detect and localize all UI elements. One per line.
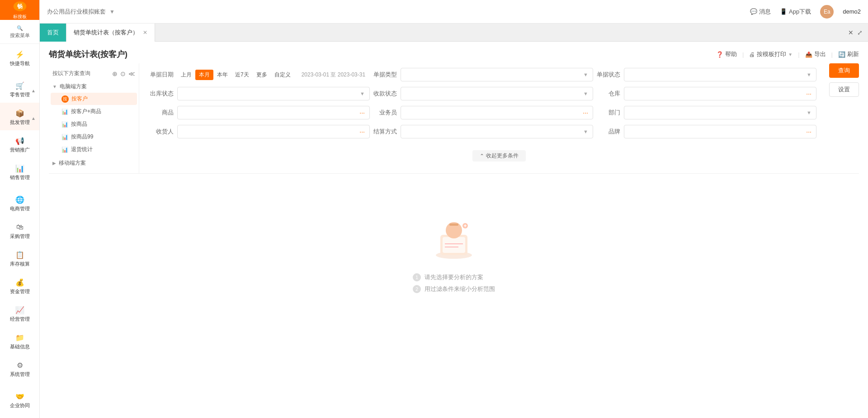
date-btn-this-month[interactable]: 本月 — [195, 70, 213, 80]
date-btn-this-year[interactable]: 本年 — [213, 70, 231, 80]
sidebar-item-ecommerce[interactable]: 🌐 电商管理 — [0, 189, 39, 217]
settlement-select[interactable]: ▼ — [401, 125, 593, 138]
sidebar-logo[interactable]: 畅 标搜板 — [0, 0, 40, 20]
scheme-return-stats-label: 退货统计 — [71, 146, 93, 153]
sidebar-item-newbie[interactable]: 🎯 新手引导 — [0, 413, 39, 418]
sidebar-item-enterprise[interactable]: 🤝 企业协同 — [0, 386, 39, 413]
sidebar: 畅 标搜板 🔍 搜索菜单 ⚡ 快捷导航 🛒 零售管理 ▲ 📦 批发管理 ▲ 📢 … — [0, 0, 40, 418]
desktop-group-arrow: ▼ — [52, 84, 57, 89]
filter-row-4: 收货人 ··· 结算方式 ▼ — [146, 125, 816, 138]
brand-label: 品牌 — [593, 128, 624, 136]
sidebar-item-retail[interactable]: 🛒 零售管理 ▲ — [0, 75, 39, 103]
salesperson-select[interactable]: ··· — [401, 106, 593, 119]
salesperson-dots[interactable]: ··· — [583, 109, 588, 116]
app-download-btn[interactable]: 📱 App下载 — [780, 8, 811, 16]
sidebar-search-item[interactable]: 🔍 搜索菜单 — [0, 20, 39, 44]
sidebar-item-sales[interactable]: 📊 销售管理 — [0, 158, 39, 185]
scheme-item-return-stats[interactable]: 📊 退货统计 — [51, 143, 137, 156]
brand-select[interactable]: ··· — [624, 125, 816, 138]
scheme-by-product-label: 按商品 — [71, 120, 87, 128]
user-name[interactable]: demo2 — [843, 8, 861, 15]
consignee-dots[interactable]: ··· — [359, 128, 365, 135]
query-button[interactable]: 查询 — [829, 63, 859, 78]
sidebar-item-purchase[interactable]: 🛍 采购管理 — [0, 217, 39, 244]
help-icon: ❓ — [716, 51, 723, 58]
help-btn[interactable]: ❓ 帮助 — [716, 50, 737, 58]
app-download-label: App下载 — [789, 8, 811, 16]
sidebar-system-label: 系统管理 — [10, 371, 30, 378]
header-right: 💬 消息 📱 App下载 Ea demo2 — [750, 5, 861, 19]
basic-icon: 📁 — [15, 333, 24, 342]
order-type-select[interactable]: ▼ — [401, 68, 593, 81]
message-label: 消息 — [759, 8, 771, 16]
warehouse-select[interactable]: ··· — [624, 87, 816, 100]
scheme-settings-icon[interactable]: ⊙ — [120, 70, 126, 77]
order-type-arrow: ▼ — [583, 72, 588, 77]
close-window-icon[interactable]: ✕ — [848, 29, 854, 36]
sidebar-item-basic[interactable]: 📁 基础信息 — [0, 327, 39, 355]
scheme-group-mobile-header[interactable]: ▶ 移动端方案 — [49, 157, 139, 169]
scheme-item-by-product[interactable]: 📊 按商品 — [51, 118, 137, 130]
scheme-item-by-product-99[interactable]: 📊 按商品99 — [51, 131, 137, 143]
department-select[interactable]: ▼ — [624, 106, 816, 119]
scheme-panel: 按以下方案查询 ⊕ ⊙ ≪ ▼ 电脑端方案 按 按客户 — [49, 63, 139, 173]
retail-arrow: ▲ — [31, 88, 36, 93]
department-arrow: ▼ — [807, 110, 811, 115]
settings-button[interactable]: 设置 — [829, 82, 859, 97]
mobile-group-arrow: ▶ — [52, 161, 56, 166]
out-status-select[interactable]: ▼ — [177, 87, 370, 100]
sidebar-item-wholesale[interactable]: 📦 批发管理 ▲ — [0, 103, 39, 130]
maximize-icon[interactable]: ⤢ — [857, 29, 863, 36]
date-btn-more[interactable]: 更多 — [253, 70, 271, 80]
date-filter-value: 上月 本月 本年 近7天 更多 自定义 2023-03-01 至 2023-03… — [177, 70, 370, 80]
sidebar-search-label: 搜索菜单 — [10, 32, 30, 39]
sidebar-item-marketing[interactable]: 📢 营销推广 — [0, 130, 39, 158]
date-btn-7days[interactable]: 近7天 — [231, 70, 253, 80]
date-btn-custom[interactable]: 自定义 — [271, 70, 294, 80]
filter-panel: 单据日期 上月 本月 本年 近7天 更多 自定义 20 — [139, 63, 824, 148]
warehouse-label: 仓库 — [593, 90, 624, 98]
tab-sales-stats[interactable]: 销货单统计表（按客户） ✕ — [66, 24, 155, 42]
enterprise-icon: 🤝 — [15, 392, 24, 401]
consignee-select[interactable]: ··· — [177, 125, 370, 138]
scheme-collapse-icon[interactable]: ≪ — [128, 70, 135, 77]
collapse-button[interactable]: ⌃ 收起更多条件 — [472, 150, 526, 162]
filter-main-row: 单据日期 上月 本月 本年 近7天 更多 自定义 20 — [139, 63, 859, 148]
scheme-item-by-customer-product[interactable]: 📊 按客户+商品 — [51, 105, 137, 118]
sidebar-item-system[interactable]: ⚙ 系统管理 — [0, 355, 39, 382]
wholesale-icon: 📦 — [15, 109, 24, 118]
scheme-item-by-customer[interactable]: 按 按客户 — [51, 93, 137, 105]
sidebar-item-shortcut[interactable]: ⚡ 快捷导航 — [0, 44, 39, 71]
sidebar-item-operations[interactable]: 📈 经营管理 — [0, 299, 39, 327]
sidebar-marketing-label: 营销推广 — [10, 147, 30, 153]
user-avatar[interactable]: Ea — [820, 5, 834, 19]
mobile-group-label: 移动端方案 — [59, 159, 86, 167]
chart-icon-2: 📊 — [61, 121, 68, 128]
tab-home[interactable]: 首页 — [40, 24, 66, 42]
scheme-group-desktop-header[interactable]: ▼ 电脑端方案 — [49, 81, 139, 92]
template-print-label: 按模板打印 — [757, 50, 786, 58]
brand-dots[interactable]: ··· — [806, 128, 811, 135]
order-status-select[interactable]: ▼ — [624, 68, 816, 81]
scheme-add-icon[interactable]: ⊕ — [112, 70, 118, 77]
filter-row-2: 出库状态 ▼ 收款状态 ▼ — [146, 87, 816, 100]
product-dots[interactable]: ··· — [359, 109, 365, 116]
empty-tips: 1 请先选择要分析的方案 2 用过滤条件来缩小分析范围 — [413, 273, 495, 293]
sidebar-item-inventory[interactable]: 📋 库存核算 — [0, 244, 39, 272]
scheme-by-customer-product-label: 按客户+商品 — [71, 108, 101, 115]
refresh-icon: 🔄 — [838, 51, 845, 58]
page-header: 销货单统计表(按客户) ❓ 帮助 | 🖨 按模板打印 ▼ | 📤 导出 | — [40, 42, 868, 63]
payment-status-select[interactable]: ▼ — [401, 87, 593, 100]
tab-close-icon[interactable]: ✕ — [143, 29, 147, 36]
filter-area: 按以下方案查询 ⊕ ⊙ ≪ ▼ 电脑端方案 按 按客户 — [40, 63, 868, 173]
app-dropdown-icon[interactable]: ▼ — [109, 9, 115, 15]
template-print-btn[interactable]: 🖨 按模板打印 ▼ — [749, 50, 793, 58]
salesperson-label: 业务员 — [370, 109, 401, 117]
refresh-btn[interactable]: 🔄 刷新 — [838, 50, 859, 58]
warehouse-dots[interactable]: ··· — [806, 90, 811, 97]
product-select[interactable]: ··· — [177, 106, 370, 119]
message-btn[interactable]: 💬 消息 — [750, 8, 771, 16]
export-btn[interactable]: 📤 导出 — [805, 50, 826, 58]
date-btn-last-month[interactable]: 上月 — [177, 70, 195, 80]
sidebar-item-finance[interactable]: 💰 资金管理 — [0, 272, 39, 299]
